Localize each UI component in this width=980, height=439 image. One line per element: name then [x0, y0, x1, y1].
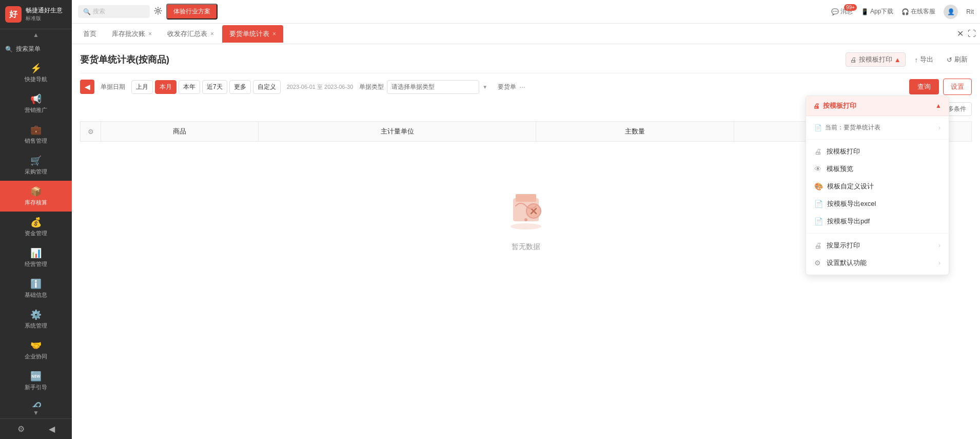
online-service-label: 在线客服	[911, 7, 935, 16]
template-custom-label: 模板自定义设计	[827, 182, 874, 191]
topbar-search-placeholder: 搜索	[93, 7, 105, 16]
current-year-btn[interactable]: 本年	[179, 80, 200, 94]
empty-text: 暂无数据	[512, 242, 540, 252]
chevron-down-icon: ▼	[482, 84, 487, 90]
template-excel-icon: 📄	[814, 200, 823, 208]
template-print-item-label: 按模板打印	[827, 147, 860, 156]
sidebar-item-operations[interactable]: 📊 经营管理	[0, 242, 72, 273]
tab-order-summary[interactable]: 要货单统计表 ×	[222, 25, 283, 43]
template-preview-label: 模板预览	[827, 164, 853, 174]
query-btn[interactable]: 查询	[909, 79, 939, 94]
collab-icon: 🤝	[30, 340, 42, 351]
sidebar-item-sales[interactable]: 💼 销售管理	[0, 119, 72, 150]
export-label: 导出	[920, 55, 933, 64]
sidebar-item-basic[interactable]: ℹ️ 基础信息	[0, 273, 72, 304]
online-service-btn[interactable]: 🎧 在线客服	[901, 7, 935, 16]
refresh-btn[interactable]: ↺ 刷新	[943, 53, 972, 66]
dropdown-current-item[interactable]: 📄 当前：要货单统计表 ›	[806, 119, 949, 136]
sidebar-scroll-up[interactable]: ▲	[0, 29, 72, 41]
tab-collection-summary[interactable]: 收发存汇总表 ×	[160, 25, 221, 43]
dropdown-popup-header: 🖨 按模板打印 ▲	[806, 96, 949, 116]
sidebar-item-label: 库存核算	[25, 199, 47, 206]
filter-settings-btn[interactable]: 设置	[943, 79, 972, 95]
order-status-label: 要货单	[498, 83, 516, 91]
experience-btn[interactable]: 体验行业方案	[166, 4, 218, 20]
topbar-settings-btn[interactable]	[154, 7, 162, 17]
current-template-label: 当前：要货单统计表	[825, 123, 880, 132]
topbar-search[interactable]: 🔍 搜索	[78, 5, 150, 18]
sidebar-collapse-btn[interactable]: ◀	[49, 424, 55, 434]
sidebar-search[interactable]: 🔍 搜索菜单	[0, 41, 72, 58]
marketing-icon: 📢	[30, 93, 42, 105]
dropdown-item-template-pdf[interactable]: 📄 按模板导出pdf	[806, 213, 949, 230]
prev-month-btn[interactable]: 上月	[131, 80, 153, 94]
custom-date-btn[interactable]: 自定义	[253, 80, 281, 94]
dropdown-item-template-print[interactable]: 🖨 按模板打印	[806, 143, 949, 160]
sidebar-item-system[interactable]: ⚙️ 系统管理	[0, 304, 72, 335]
dropdown-item-template-custom[interactable]: 🎨 模板自定义设计	[806, 178, 949, 195]
tab-order-summary-close[interactable]: ×	[272, 30, 276, 37]
order-type-label: 单据类型	[359, 83, 384, 91]
tab-batch-account[interactable]: 库存批次账 ×	[105, 25, 159, 43]
template-pdf-icon: 📄	[814, 217, 823, 225]
inventory-icon: 📦	[30, 186, 42, 197]
more-date-btn[interactable]: 更多	[229, 80, 251, 94]
username[interactable]: Rit	[966, 8, 974, 15]
tab-collection-summary-close[interactable]: ×	[210, 30, 214, 37]
guide-icon: 🆕	[30, 371, 42, 382]
sidebar-item-guide[interactable]: 🆕 新手引导	[0, 366, 72, 396]
sidebar-item-appstore[interactable]: 🔗 应用中心	[0, 396, 72, 407]
sidebar-item-marketing[interactable]: 📢 营销推广	[0, 88, 72, 119]
sidebar-item-label: 新手引导	[25, 384, 47, 391]
app-download-btn[interactable]: 📱 App下载	[861, 7, 893, 16]
sidebar-item-inventory[interactable]: 📦 库存核算	[0, 181, 72, 212]
export-btn[interactable]: ↑ 导出	[911, 53, 938, 66]
filter-toggle-btn[interactable]: ◀	[80, 80, 94, 94]
sidebar-search-label: 搜索菜单	[16, 45, 41, 53]
close-window-btn[interactable]: ✕	[957, 29, 964, 39]
template-excel-label: 按模板导出excel	[827, 199, 876, 208]
expand-window-btn[interactable]: ⛶	[968, 29, 976, 39]
sidebar-logo: 好 畅捷通好生意 标准版	[0, 0, 72, 29]
sidebar-item-label: 资金管理	[25, 230, 47, 237]
display-print-icon: 🖨	[814, 241, 822, 250]
tab-order-summary-label: 要货单统计表	[229, 29, 269, 39]
avatar[interactable]: 👤	[944, 5, 958, 19]
table-col-product: 商品	[101, 122, 259, 142]
export-icon: ↑	[915, 56, 918, 64]
current-month-btn[interactable]: 本月	[155, 80, 177, 94]
tab-home-label: 首页	[83, 29, 96, 39]
dropdown-items-section: 🖨 按模板打印 👁 模板预览 🎨 模板自定义设计 📄 按模板导出excel 📄	[806, 140, 949, 234]
message-icon: 💬	[831, 8, 839, 15]
dropdown-item-default-function[interactable]: ⚙ 设置默认功能 ›	[806, 254, 949, 272]
table-col-settings: ⚙	[81, 122, 101, 142]
last-7-days-btn[interactable]: 近7天	[202, 80, 227, 94]
tab-collection-summary-label: 收发存汇总表	[167, 29, 207, 39]
logo-text-group: 畅捷通好生意 标准版	[26, 7, 63, 22]
dropdown-item-template-excel[interactable]: 📄 按模板导出excel	[806, 195, 949, 213]
table-settings-icon[interactable]: ⚙	[88, 128, 94, 136]
sidebar-item-finance[interactable]: 💰 资金管理	[0, 212, 72, 242]
dropdown-item-display-print[interactable]: 🖨 按显示打印 ›	[806, 237, 949, 254]
printer-icon-header: 🖨	[813, 102, 820, 110]
sidebar-settings-btn[interactable]: ⚙	[17, 424, 25, 434]
more-options-icon[interactable]: ···	[519, 83, 525, 91]
message-btn[interactable]: 💬 消息 99+	[831, 7, 853, 16]
sidebar-item-label: 系统管理	[25, 322, 47, 330]
sidebar-item-label: 销售管理	[25, 137, 47, 145]
dropdown-collapse-btn[interactable]: ▲	[935, 102, 942, 109]
sidebar-scroll-down[interactable]: ▼	[0, 407, 72, 418]
date-range-display: 2023-06-01 至 2023-06-30	[287, 83, 354, 91]
sidebar: 好 畅捷通好生意 标准版 ▲ 🔍 搜索菜单 ⚡ 快捷导航 📢 营销推广 💼 销售…	[0, 0, 72, 439]
tab-batch-account-close[interactable]: ×	[148, 30, 152, 37]
sidebar-item-quick-nav[interactable]: ⚡ 快捷导航	[0, 58, 72, 88]
dropdown-item-template-preview[interactable]: 👁 模板预览	[806, 160, 949, 178]
sidebar-item-purchase[interactable]: 🛒 采购管理	[0, 150, 72, 181]
tab-home[interactable]: 首页	[76, 25, 104, 43]
sidebar-item-collab[interactable]: 🤝 企业协同	[0, 335, 72, 366]
order-type-dropdown[interactable]: 请选择单据类型	[387, 80, 479, 94]
default-function-label: 设置默认功能	[827, 258, 867, 268]
template-print-btn[interactable]: 🖨 按模板打印 ▲	[846, 52, 906, 67]
sidebar-item-label: 快捷导航	[25, 75, 47, 83]
topbar-search-icon: 🔍	[83, 8, 91, 15]
